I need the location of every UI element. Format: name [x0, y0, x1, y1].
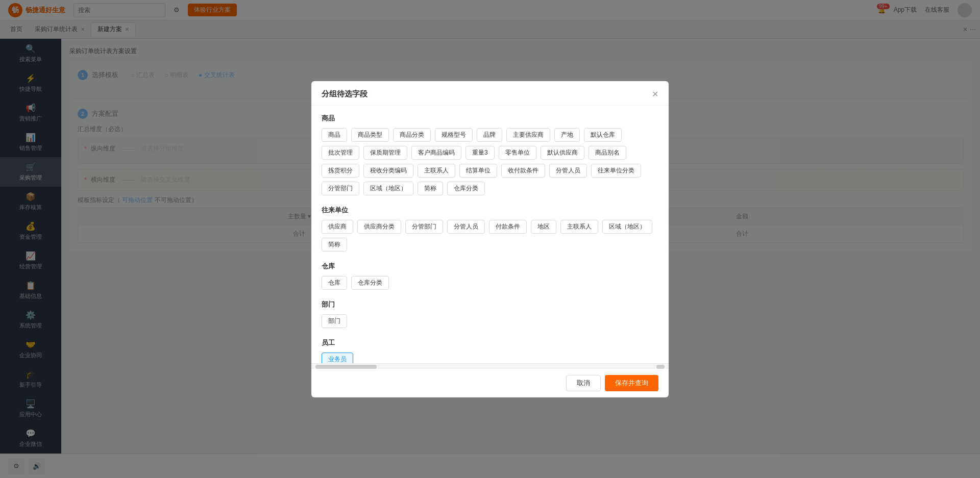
field-abbreviation[interactable]: 简称	[418, 182, 443, 195]
hscroll-right-btn[interactable]	[656, 365, 665, 369]
field-batch-management[interactable]: 批次管理	[322, 146, 359, 160]
modal-footer: 取消 保存并查询	[311, 368, 669, 397]
field-selection-modal: 分组待选字段 ✕ 商品 商品 商品类型 商品分类 规格型号 品	[311, 81, 669, 397]
field-settlement-unit[interactable]: 结算单位	[459, 164, 497, 178]
employee-fields-grid: 业务员	[322, 353, 658, 364]
cancel-button[interactable]: 取消	[566, 375, 601, 391]
field-supplier[interactable]: 供应商	[322, 220, 353, 234]
field-warehouse-category[interactable]: 仓库分类	[447, 182, 485, 195]
field-default-supplier[interactable]: 默认供应商	[541, 146, 584, 160]
section-employee: 员工 业务员	[322, 338, 658, 364]
field-product-category[interactable]: 商品分类	[393, 128, 431, 142]
modal-title: 分组待选字段	[322, 89, 368, 99]
field-customer-code[interactable]: 客户商品编码	[411, 146, 461, 160]
field-product-alias[interactable]: 商品别名	[589, 146, 626, 160]
field-sales-rep[interactable]: 业务员	[322, 353, 353, 364]
field-warehouse[interactable]: 仓库	[322, 276, 347, 290]
section-department: 部门 部门	[322, 300, 658, 328]
modal-hscroll[interactable]	[311, 363, 669, 368]
field-product-type[interactable]: 商品类型	[351, 128, 389, 142]
department-fields-grid: 部门	[322, 314, 658, 328]
field-default-warehouse[interactable]: 默认仓库	[584, 128, 622, 142]
field-area[interactable]: 地区	[531, 220, 556, 234]
product-fields-grid: 商品 商品类型 商品分类 规格型号 品牌 主要供应商 产地 默认仓库 批次管理 …	[322, 128, 658, 195]
section-warehouse: 仓库 仓库 仓库分类	[322, 262, 658, 290]
field-origin[interactable]: 产地	[554, 128, 580, 142]
field-main-contact[interactable]: 主联系人	[418, 164, 455, 178]
field-spec-model[interactable]: 规格型号	[435, 128, 473, 142]
save-query-button[interactable]: 保存并查询	[605, 375, 658, 391]
field-department[interactable]: 部门	[322, 314, 347, 328]
field-region-partner[interactable]: 区域（地区）	[602, 220, 652, 234]
field-partner-category[interactable]: 往来单位分类	[591, 164, 641, 178]
field-region[interactable]: 区域（地区）	[363, 182, 413, 195]
field-main-supplier[interactable]: 主要供应商	[506, 128, 550, 142]
field-dept-supervisor[interactable]: 分管部门	[405, 220, 443, 234]
modal-overlay: 分组待选字段 ✕ 商品 商品 商品类型 商品分类 规格型号 品	[61, 39, 980, 454]
section-warehouse-title: 仓库	[322, 262, 658, 271]
warehouse-fields-grid: 仓库 仓库分类	[322, 276, 658, 290]
field-tax-code[interactable]: 税收分类编码	[363, 164, 413, 178]
modal-close-button[interactable]: ✕	[652, 89, 658, 99]
field-pick-points[interactable]: 拣货积分	[322, 164, 359, 178]
content-area: 采购订单统计表方案设置 1 选择模板 ○ 汇总表 ○ 明细表 ● 交叉统计表 2	[61, 39, 980, 454]
field-warehouse-cat[interactable]: 仓库分类	[351, 276, 389, 290]
section-employee-title: 员工	[322, 338, 658, 347]
section-partner-title: 往来单位	[322, 206, 658, 215]
field-shelf-life[interactable]: 保质期管理	[363, 146, 407, 160]
field-supervisor[interactable]: 分管人员	[549, 164, 587, 178]
partner-fields-grid: 供应商 供应商分类 分管部门 分管人员 付款条件 地区 主联系人 区域（地区） …	[322, 220, 658, 251]
section-partner: 往来单位 供应商 供应商分类 分管部门 分管人员 付款条件 地区 主联系人 区域…	[322, 206, 658, 251]
field-product[interactable]: 商品	[322, 128, 347, 142]
field-payment-terms[interactable]: 收付款条件	[501, 164, 545, 178]
modal-body[interactable]: 商品 商品 商品类型 商品分类 规格型号 品牌 主要供应商 产地 默认仓库 批次…	[311, 106, 669, 364]
field-main-contact-partner[interactable]: 主联系人	[560, 220, 598, 234]
modal-header: 分组待选字段 ✕	[311, 81, 669, 106]
field-brand[interactable]: 品牌	[477, 128, 502, 142]
field-supplier-category[interactable]: 供应商分类	[357, 220, 401, 234]
field-weight3[interactable]: 重量3	[465, 146, 495, 160]
field-supervisor-dept[interactable]: 分管部门	[322, 182, 359, 195]
field-payment-condition[interactable]: 付款条件	[489, 220, 527, 234]
section-product-title: 商品	[322, 114, 658, 123]
section-department-title: 部门	[322, 300, 658, 309]
field-retail-unit[interactable]: 零售单位	[499, 146, 536, 160]
field-personnel-supervisor[interactable]: 分管人员	[447, 220, 485, 234]
hscroll-thumb	[315, 365, 377, 369]
section-product: 商品 商品 商品类型 商品分类 规格型号 品牌 主要供应商 产地 默认仓库 批次…	[322, 114, 658, 195]
field-abbreviation-partner[interactable]: 简称	[322, 238, 347, 251]
